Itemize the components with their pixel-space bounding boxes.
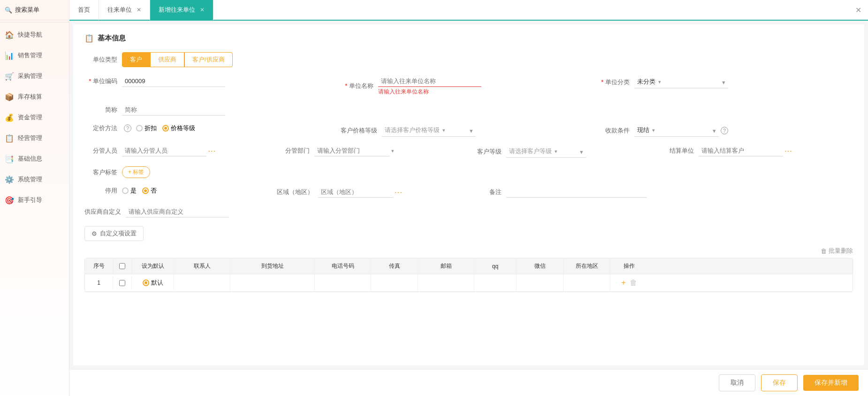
row-email[interactable] bbox=[418, 274, 474, 291]
sidebar-item-label: 经营管理 bbox=[18, 134, 42, 142]
default-label: 默认 bbox=[151, 279, 163, 287]
unit-name-input[interactable] bbox=[378, 76, 481, 87]
tab-new-partner[interactable]: 新增往来单位 ✕ bbox=[150, 0, 213, 20]
qq-input[interactable] bbox=[478, 278, 512, 287]
payment-label: 收款条件 bbox=[597, 126, 634, 135]
row-checkbox[interactable] bbox=[119, 280, 125, 286]
type-btn-both[interactable]: 客户/供应商 bbox=[184, 52, 233, 67]
region-input[interactable] bbox=[318, 186, 393, 198]
delete-row-icon[interactable]: 🗑 bbox=[630, 279, 637, 287]
sidebar-item-system[interactable]: ⚙️ 系统管理 bbox=[0, 169, 69, 190]
dept-input[interactable] bbox=[314, 145, 389, 156]
section-icon: 📋 bbox=[84, 34, 94, 43]
row-phone[interactable] bbox=[315, 274, 371, 291]
sidebar-item-label: 采购管理 bbox=[18, 72, 42, 80]
settings-icon: ⚙ bbox=[91, 230, 97, 237]
supplier-custom-input[interactable] bbox=[126, 206, 229, 217]
customer-level-select[interactable]: 请选择客户等级 ▾ bbox=[506, 145, 586, 158]
row-region-input[interactable] bbox=[567, 278, 606, 287]
price-level-select[interactable]: 请选择客户价格等级 ▾ bbox=[382, 124, 476, 137]
tab-partner-close[interactable]: ✕ bbox=[137, 7, 141, 13]
disabled-yes[interactable]: 是 bbox=[122, 186, 137, 195]
type-btn-customer[interactable]: 客户 bbox=[122, 52, 150, 67]
custom-settings-button[interactable]: ⚙ 自定义项设置 bbox=[84, 226, 144, 241]
add-tag-button[interactable]: + 标签 bbox=[122, 166, 150, 178]
short-name-row: 简称 bbox=[84, 104, 853, 116]
phone-input[interactable] bbox=[319, 278, 367, 287]
payment-group: 收款条件 现结 ▾ ? bbox=[597, 124, 853, 137]
row-wechat[interactable] bbox=[517, 274, 563, 291]
manager-input[interactable] bbox=[122, 145, 206, 156]
wechat-input[interactable] bbox=[520, 278, 559, 287]
type-btn-supplier[interactable]: 供应商 bbox=[150, 52, 184, 67]
row-fax[interactable] bbox=[371, 274, 418, 291]
clipboard-icon: 📋 bbox=[5, 133, 14, 143]
chart-icon: 📊 bbox=[5, 51, 14, 60]
fax-input[interactable] bbox=[375, 278, 414, 287]
settlement-more-btn[interactable]: ··· bbox=[783, 148, 795, 155]
window-close-icon[interactable]: ✕ bbox=[855, 6, 861, 15]
tab-new-partner-label: 新增往来单位 bbox=[159, 6, 195, 14]
cancel-button[interactable]: 取消 bbox=[719, 374, 755, 391]
address-input[interactable] bbox=[234, 278, 311, 287]
region-more-btn[interactable]: ··· bbox=[393, 189, 405, 196]
default-radio[interactable] bbox=[143, 280, 149, 286]
sidebar-item-quick-nav[interactable]: 🏠 快捷导航 bbox=[0, 24, 69, 45]
tab-partner[interactable]: 往来单位 ✕ bbox=[99, 0, 150, 20]
table-row: 1 默认 bbox=[85, 274, 853, 292]
tab-partner-label: 往来单位 bbox=[107, 6, 132, 14]
sidebar-search[interactable]: 🔍 搜索菜单 bbox=[0, 0, 69, 20]
row-region[interactable] bbox=[563, 274, 610, 291]
price-level-group-label: 客户价格等级 bbox=[341, 126, 382, 135]
sidebar-item-basic[interactable]: 📑 基础信息 bbox=[0, 148, 69, 169]
supplier-custom-row: 供应商自定义 bbox=[84, 206, 853, 217]
save-new-button[interactable]: 保存并新增 bbox=[803, 375, 859, 391]
sidebar-item-purchase[interactable]: 🛒 采购管理 bbox=[0, 66, 69, 86]
batch-delete-area[interactable]: 🗑 批量删除 bbox=[84, 247, 853, 255]
short-name-input[interactable] bbox=[122, 104, 225, 116]
payment-select[interactable]: 现结 ▾ bbox=[634, 124, 719, 137]
sidebar-item-operations[interactable]: 📋 经营管理 bbox=[0, 128, 69, 148]
sidebar-item-inventory[interactable]: 📦 库存核算 bbox=[0, 86, 69, 107]
disabled-no[interactable]: 否 bbox=[142, 186, 157, 195]
remark-input[interactable] bbox=[506, 186, 647, 198]
tab-home[interactable]: 首页 bbox=[69, 0, 99, 20]
sidebar-item-finance[interactable]: 💰 资金管理 bbox=[0, 107, 69, 128]
tab-new-partner-close[interactable]: ✕ bbox=[200, 7, 205, 13]
payment-help-icon[interactable]: ? bbox=[721, 127, 728, 134]
add-row-icon[interactable]: + bbox=[621, 279, 625, 287]
save-button[interactable]: 保存 bbox=[761, 374, 798, 391]
email-input[interactable] bbox=[422, 278, 470, 287]
region-label: 区域（地区） bbox=[277, 188, 318, 196]
contact-table: 序号 设为默认 联系人 到货地址 电话号码 传真 邮箱 qq 微信 所在地区 操… bbox=[84, 258, 853, 292]
pricing-price-level[interactable]: 价格等级 bbox=[162, 124, 195, 132]
category-dropdown-arrow: ▾ bbox=[658, 79, 661, 85]
col-header-check bbox=[113, 258, 132, 274]
row-qq[interactable] bbox=[474, 274, 517, 291]
remark-label: 备注 bbox=[469, 188, 506, 196]
manager-row: 分管人员 ··· 分管部门 ▾ 客户等级 请选择客户等级 ▾ 结算单位 bbox=[84, 145, 853, 158]
table-check-all[interactable] bbox=[119, 263, 125, 269]
unit-code-input[interactable] bbox=[122, 76, 225, 87]
row-address[interactable] bbox=[230, 274, 315, 291]
manager-group: 分管人员 ··· bbox=[84, 145, 277, 156]
pricing-help-icon[interactable]: ? bbox=[124, 124, 131, 132]
tag-label: 客户标签 bbox=[84, 168, 122, 177]
region-group: 区域（地区） ··· bbox=[277, 186, 469, 198]
sidebar-item-guide[interactable]: 🎯 新手引导 bbox=[0, 190, 69, 210]
payment-value: 现结 bbox=[637, 126, 649, 134]
disabled-radio-group: 是 否 bbox=[122, 186, 157, 195]
batch-delete-label: 批量删除 bbox=[829, 247, 853, 255]
unit-category-select[interactable]: 未分类 ▾ bbox=[634, 76, 728, 88]
settlement-input[interactable] bbox=[699, 145, 783, 156]
contact-input[interactable] bbox=[178, 278, 226, 287]
disabled-row: 停用 是 否 区域（地区） ··· 备注 bbox=[84, 186, 853, 198]
dept-arrow: ▾ bbox=[391, 148, 394, 154]
manager-more-btn[interactable]: ··· bbox=[206, 148, 218, 155]
unit-code-label: 单位编码 bbox=[84, 77, 122, 85]
sidebar-item-sales[interactable]: 📊 销售管理 bbox=[0, 45, 69, 66]
pricing-discount[interactable]: 折扣 bbox=[136, 124, 157, 132]
row-contact[interactable] bbox=[174, 274, 230, 291]
short-name-group: 简称 bbox=[84, 104, 263, 116]
box-icon: 📦 bbox=[5, 92, 14, 101]
